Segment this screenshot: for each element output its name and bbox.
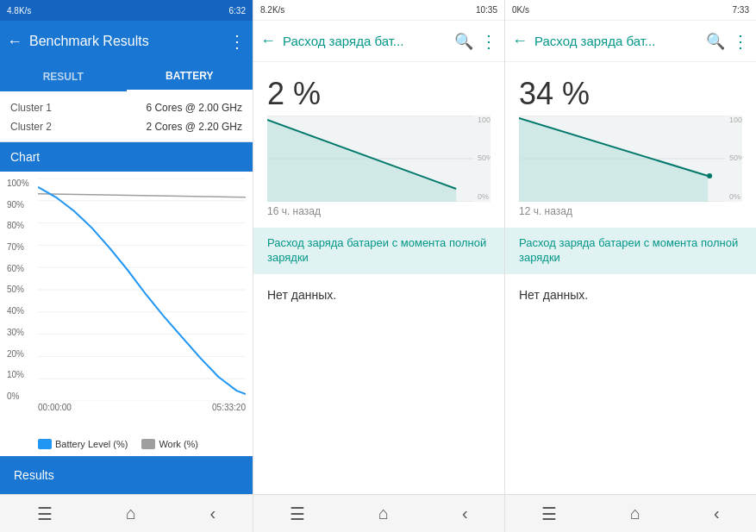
nav-back-3[interactable]: ‹: [714, 504, 720, 523]
cluster-info: Cluster 1 6 Cores @ 2.00 GHz Cluster 2 2…: [0, 93, 253, 142]
more-icon-3[interactable]: ⋮: [732, 31, 749, 52]
results-tab[interactable]: Results: [0, 456, 253, 494]
legend-work-label: Work (%): [159, 439, 198, 449]
benchmark-panel: 4.8K/s 6:32 ← Benchmark Results ⋮ RESULT…: [0, 0, 253, 532]
y-label-90: 90%: [7, 200, 29, 210]
y-label-50: 50%: [7, 285, 29, 294]
svg-text:100%: 100%: [729, 116, 742, 124]
x-label-start: 00:00:00: [38, 403, 72, 412]
search-icon-3[interactable]: 🔍: [706, 32, 725, 51]
mini-chart-2: 100% 50% 0%: [267, 116, 490, 202]
tab-result[interactable]: RESULT: [0, 62, 127, 91]
legend-battery-color: [38, 439, 52, 449]
nav-home-2[interactable]: ⌂: [378, 504, 389, 523]
y-label-60: 60%: [7, 264, 29, 273]
y-label-40: 40%: [7, 306, 29, 316]
status-speed-1: 4.8K/s: [7, 6, 31, 16]
svg-text:50%: 50%: [729, 153, 742, 162]
y-label-0: 0%: [7, 391, 29, 401]
y-label-80: 80%: [7, 221, 29, 230]
section-header-2: Расход заряда батареи с момента полной з…: [253, 228, 504, 274]
nav-menu-1[interactable]: ☰: [37, 504, 53, 524]
no-data-2: Нет данных.: [253, 274, 504, 316]
back-icon-1[interactable]: ←: [7, 33, 22, 51]
nav-back-2[interactable]: ‹: [462, 504, 468, 523]
status-bar-2: 8.2K/s 10:35: [253, 0, 504, 21]
search-icon-2[interactable]: 🔍: [454, 32, 473, 51]
svg-text:0%: 0%: [729, 192, 740, 201]
cluster-1-value: 6 Cores @ 2.00 GHz: [146, 102, 242, 114]
toolbar-title-1: Benchmark Results: [29, 34, 222, 49]
cluster-2-label: Cluster 2: [10, 121, 52, 133]
more-icon-2[interactable]: ⋮: [480, 31, 497, 52]
section-header-3: Расход заряда батареи с момента полной з…: [505, 228, 756, 274]
toolbar-title-3: Расход заряда бат...: [534, 34, 699, 48]
tab-bar-1: RESULT BATTERY: [0, 62, 253, 93]
y-label-30: 30%: [7, 328, 29, 337]
toolbar-1: ← Benchmark Results ⋮: [0, 21, 253, 62]
nav-back-1[interactable]: ‹: [210, 504, 216, 523]
status-bar-1: 4.8K/s 6:32: [0, 0, 253, 21]
status-time-3: 7:33: [733, 5, 749, 15]
results-tab-label: Results: [14, 468, 54, 482]
x-label-end: 05:33:20: [212, 403, 246, 412]
legend-battery: Battery Level (%): [38, 439, 128, 449]
svg-point-27: [707, 173, 712, 178]
svg-text:100%: 100%: [478, 116, 490, 124]
battery-panel-3: 0K/s 7:33 ← Расход заряда бат... 🔍 ⋮ 34 …: [505, 0, 756, 532]
chart-area: 100% 90% 80% 70% 60% 50% 40% 30% 20% 10%…: [0, 172, 253, 435]
status-speed-3: 0K/s: [512, 5, 529, 15]
nav-menu-2[interactable]: ☰: [290, 504, 305, 524]
tab-battery[interactable]: BATTERY: [127, 62, 253, 91]
no-data-3: Нет данных.: [505, 274, 756, 316]
status-speed-2: 8.2K/s: [260, 5, 284, 15]
cluster-2-value: 2 Cores @ 2.20 GHz: [146, 121, 242, 133]
section-title-2: Расход заряда батареи с момента полной з…: [267, 236, 490, 266]
status-time-1: 6:32: [229, 6, 246, 16]
cluster-row-2: Cluster 2 2 Cores @ 2.20 GHz: [10, 117, 242, 136]
percent-display-3: 34 %: [505, 62, 756, 116]
nav-home-1[interactable]: ⌂: [126, 504, 136, 523]
cluster-1-label: Cluster 1: [10, 102, 52, 114]
y-label-20: 20%: [7, 349, 29, 359]
toolbar-2: ← Расход заряда бат... 🔍 ⋮: [253, 21, 504, 62]
chart-legend: Battery Level (%) Work (%): [0, 435, 253, 456]
legend-battery-label: Battery Level (%): [55, 439, 128, 449]
svg-text:0%: 0%: [478, 192, 489, 201]
percent-display-2: 2 %: [253, 62, 504, 116]
status-bar-3: 0K/s 7:33: [505, 0, 756, 21]
nav-home-3[interactable]: ⌂: [630, 504, 640, 523]
section-title-3: Расход заряда батареи с момента полной з…: [519, 236, 742, 266]
time-ago-2: 16 ч. назад: [253, 202, 504, 228]
toolbar-title-2: Расход заряда бат...: [283, 34, 447, 48]
back-icon-2[interactable]: ←: [260, 32, 276, 50]
y-label-100: 100%: [7, 178, 29, 188]
legend-work-color: [141, 439, 155, 449]
toolbar-3: ← Расход заряда бат... 🔍 ⋮: [505, 21, 756, 62]
time-ago-3: 12 ч. назад: [505, 202, 756, 228]
chart-svg: [38, 178, 246, 401]
nav-menu-3[interactable]: ☰: [541, 504, 557, 524]
cluster-row-1: Cluster 1 6 Cores @ 2.00 GHz: [10, 98, 242, 117]
mini-chart-3: 100% 50% 0%: [519, 116, 742, 202]
y-label-70: 70%: [7, 242, 29, 252]
nav-bar-2: ☰ ⌂ ‹: [253, 494, 504, 532]
battery-panel-2: 8.2K/s 10:35 ← Расход заряда бат... 🔍 ⋮ …: [253, 0, 505, 532]
nav-bar-3: ☰ ⌂ ‹: [505, 494, 756, 532]
nav-bar-1: ☰ ⌂ ‹: [0, 494, 253, 532]
chart-header: Chart: [0, 142, 253, 172]
svg-text:50%: 50%: [478, 153, 490, 162]
y-label-10: 10%: [7, 370, 29, 379]
back-icon-3[interactable]: ←: [512, 32, 528, 50]
more-icon-1[interactable]: ⋮: [228, 31, 246, 52]
status-time-2: 10:35: [476, 5, 497, 15]
legend-work: Work (%): [141, 439, 198, 449]
chart-title: Chart: [10, 150, 40, 164]
